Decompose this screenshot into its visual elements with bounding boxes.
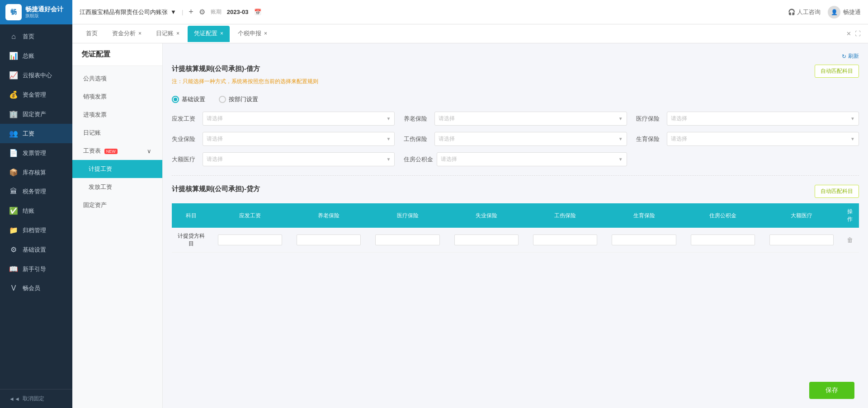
credit-auto-match-button[interactable]: 自动匹配科目 — [815, 185, 859, 198]
user-info[interactable]: 👤 畅捷通 — [828, 6, 861, 19]
cell-maternity-input[interactable] — [604, 228, 683, 253]
service-button[interactable]: 🎧 人工咨询 — [788, 8, 821, 16]
tab-journal[interactable]: 日记账 × — [150, 26, 186, 42]
select-work-injury[interactable]: 请选择 ▼ — [434, 132, 627, 146]
cell-delete[interactable]: 🗑 — [841, 228, 859, 253]
calendar-icon[interactable]: 📅 — [254, 9, 261, 15]
new-badge: NEW — [104, 149, 118, 154]
sidebar-label-invoice: 发票管理 — [23, 149, 46, 157]
tab-tax-close[interactable]: × — [264, 30, 267, 37]
page-header: 凭证配置 — [72, 43, 162, 66]
sidebar-item-assets[interactable]: 🏢 固定资产 — [0, 104, 72, 124]
col-housing-fund: 住房公积金 — [684, 203, 762, 228]
tab-tax[interactable]: 个税申报 × — [231, 26, 274, 42]
select-medical[interactable]: 请选择 ▼ — [667, 112, 859, 126]
cell-large-medical-input[interactable] — [762, 228, 841, 253]
tab-tax-label: 个税申报 — [238, 29, 261, 38]
avatar-icon: 👤 — [831, 9, 838, 15]
select-unemployment[interactable]: 请选择 ▼ — [203, 132, 395, 146]
select-housing-fund[interactable]: 请选择 ▼ — [437, 152, 627, 166]
sidebar-label-inventory: 库存核算 — [23, 169, 46, 177]
sidebar-item-home[interactable]: ⌂ 首页 — [0, 27, 72, 46]
sidebar-label-tax: 税务管理 — [23, 188, 46, 196]
tab-voucher-close[interactable]: × — [220, 30, 223, 37]
select-maternity[interactable]: 请选择 ▼ — [667, 132, 859, 146]
add-button[interactable]: + — [189, 7, 193, 17]
debit-auto-match-button[interactable]: 自动匹配科目 — [815, 65, 859, 78]
tab-voucher-config[interactable]: 凭证配置 × — [188, 26, 230, 42]
label-unemployment: 失业保险 — [172, 135, 199, 143]
field-pension: 养老保险 请选择 ▼ — [404, 112, 627, 126]
table-header-row: 科目 应发工资 养老保险 医疗保险 失业保险 工伤保险 生育保险 住房公积金 大… — [172, 203, 859, 228]
tab-home[interactable]: 首页 — [80, 26, 104, 42]
logo-icon: 畅 — [5, 4, 22, 20]
sidebar-item-settings[interactable]: ⚙ 基础设置 — [0, 240, 72, 259]
sidebar-item-tax[interactable]: 🏛 税务管理 — [0, 182, 72, 201]
menu-item-public[interactable]: 公共选项 — [72, 70, 162, 88]
cancel-fixed-btn[interactable]: ◄◄ 取消固定 — [0, 389, 72, 408]
close-window-icon[interactable]: ✕ — [846, 30, 851, 37]
select-pension[interactable]: 请选择 ▼ — [434, 112, 627, 126]
col-salary: 应发工资 — [211, 203, 289, 228]
input-housing-fund[interactable] — [691, 234, 755, 245]
sidebar-item-ledger[interactable]: 📊 总账 — [0, 46, 72, 66]
inventory-icon: 📦 — [9, 168, 18, 177]
sidebar-item-close[interactable]: ✅ 结账 — [0, 201, 72, 220]
sidebar-item-guide[interactable]: 📖 新手引导 — [0, 259, 72, 279]
menu-item-fixed-assets[interactable]: 固定资产 — [72, 196, 162, 214]
col-pension: 养老保险 — [289, 203, 368, 228]
sidebar-item-finance[interactable]: 💰 资金管理 — [0, 85, 72, 104]
radio-group: 基础设置 按部门设置 — [172, 95, 859, 103]
headset-icon: 🎧 — [788, 9, 795, 15]
refresh-button[interactable]: ↻ 刷新 — [842, 52, 859, 60]
avatar: 👤 — [828, 6, 840, 19]
input-maternity[interactable] — [612, 234, 676, 245]
cell-work-injury-input[interactable] — [526, 228, 604, 253]
company-selector[interactable]: 江西服宝精品有限责任公司内账张 ▼ — [80, 8, 176, 16]
tab-finance-label: 资金分析 — [112, 29, 136, 38]
sidebar-item-inventory[interactable]: 📦 库存核算 — [0, 163, 72, 182]
input-pension[interactable] — [297, 234, 361, 245]
sidebar-label-vip: 畅会员 — [23, 284, 40, 292]
input-medical[interactable] — [375, 234, 439, 245]
expand-icon[interactable]: ⛶ — [855, 30, 861, 37]
select-large-medical[interactable]: 请选择 ▼ — [203, 152, 395, 166]
cell-unemployment-input[interactable] — [447, 228, 526, 253]
tab-finance[interactable]: 资金分析 × — [106, 26, 148, 42]
tab-journal-close[interactable]: × — [176, 30, 179, 37]
input-unemployment[interactable] — [454, 234, 519, 245]
menu-group-payroll[interactable]: 工资表 NEW ∨ — [72, 142, 162, 160]
menu-item-purchase[interactable]: 进项发票 — [72, 106, 162, 124]
sidebar-item-archive[interactable]: 📁 归档管理 — [0, 220, 72, 240]
cell-medical-input[interactable] — [368, 228, 447, 253]
debit-section-title: 计提核算规则(公司承担)-借方 — [172, 65, 318, 73]
table-row: 计提贷方科目 🗑 — [172, 228, 859, 253]
col-work-injury: 工伤保险 — [526, 203, 604, 228]
sidebar-item-invoice[interactable]: 📄 发票管理 — [0, 143, 72, 163]
input-work-injury[interactable] — [533, 234, 597, 245]
input-salary[interactable] — [218, 234, 282, 245]
tab-finance-close[interactable]: × — [138, 30, 142, 37]
save-button[interactable]: 保存 — [809, 382, 854, 399]
menu-item-pay[interactable]: 发放工资 — [72, 178, 162, 196]
cell-housing-fund-input[interactable] — [684, 228, 762, 253]
dropdown-work-injury-icon: ▼ — [618, 136, 623, 141]
field-work-injury: 工伤保险 请选择 ▼ — [404, 132, 627, 146]
input-large-medical[interactable] — [769, 234, 834, 245]
menu-item-journal[interactable]: 日记账 — [72, 124, 162, 142]
settings-gear-icon[interactable]: ⚙ — [199, 8, 205, 16]
sidebar-item-reports[interactable]: 📈 云报表中心 — [0, 66, 72, 85]
col-maternity: 生育保险 — [604, 203, 683, 228]
save-btn-bar: 保存 — [809, 382, 854, 399]
delete-icon[interactable]: 🗑 — [847, 236, 853, 244]
radio-basic[interactable]: 基础设置 — [172, 95, 205, 103]
col-subject: 科目 — [172, 203, 211, 228]
cell-salary-input[interactable] — [211, 228, 289, 253]
menu-item-accrual[interactable]: 计提工资 — [72, 160, 162, 178]
sidebar-item-vip[interactable]: V 畅会员 — [0, 279, 72, 298]
select-salary[interactable]: 请选择 ▼ — [203, 112, 395, 126]
sidebar-item-payroll[interactable]: 👥 工资 — [0, 124, 72, 143]
menu-item-sales[interactable]: 销项发票 — [72, 88, 162, 106]
cell-pension-input[interactable] — [289, 228, 368, 253]
radio-dept[interactable]: 按部门设置 — [219, 95, 258, 103]
